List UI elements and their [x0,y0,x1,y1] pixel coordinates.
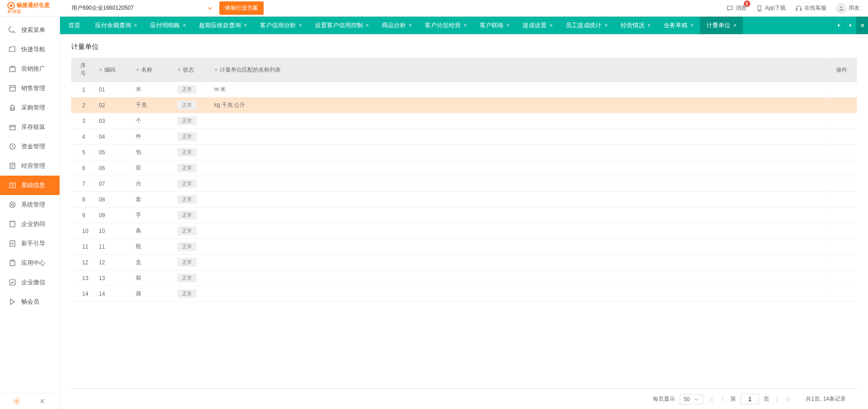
sidebar-item-7[interactable]: 经营管理 [0,156,60,176]
table-row[interactable]: 1313箱正常 [71,270,857,286]
table-row[interactable]: 505包正常 [71,145,857,160]
sidebar-item-8[interactable]: 基础信息 [0,176,60,195]
sidebar-item-13[interactable]: 企业微信 [0,273,60,292]
settings-icon[interactable] [12,397,21,405]
tab-7[interactable]: 客户联络× [473,17,516,34]
tab-close-icon[interactable]: × [549,22,553,29]
svg-rect-5 [10,67,15,72]
sidebar-item-2[interactable]: 营销推广 [0,59,60,79]
table-row[interactable]: 101米正常m 米 [71,82,857,98]
user-menu[interactable]: 用友 [836,3,860,14]
svg-rect-7 [12,108,14,110]
tab-6[interactable]: 客户分层经营× [418,17,473,34]
collapse-icon[interactable] [39,397,48,405]
tab-11[interactable]: 业务草稿× [657,17,700,34]
tab-close-icon[interactable]: × [244,22,247,29]
per-page-label: 每页显示 [653,395,675,403]
tab-close-icon[interactable]: × [183,22,186,29]
company-select[interactable]: 用户690企业1660120507 [68,2,216,14]
per-page-select[interactable]: 50 [680,394,703,404]
tab-4[interactable]: 设置客户信用控制× [308,17,375,34]
sidebar-item-14[interactable]: 畅会员 [0,292,60,311]
sidebar-icon [8,26,17,34]
support-link[interactable]: 在线客服 [795,4,826,12]
chat-icon [726,5,734,12]
tabs-close-all[interactable] [856,17,868,34]
tab-close-icon[interactable]: × [409,22,412,29]
pager-first[interactable]: |⟨ [708,396,715,403]
tab-home[interactable]: 首页 [60,17,89,34]
app-download-link[interactable]: App下载 [756,4,786,12]
sidebar-item-5[interactable]: 库存核算 [0,117,60,137]
table-row[interactable]: 202千克正常kg 千克 公斤 [71,98,857,113]
table-row[interactable]: 1212盒正常 [71,255,857,270]
sidebar-item-9[interactable]: 系统管理 [0,195,60,214]
col-index[interactable]: 序号 [71,58,94,82]
tab-close-icon[interactable]: × [134,22,137,29]
tab-close-icon[interactable]: × [299,22,302,29]
svg-point-1 [759,10,760,10]
status-badge: 正常 [177,211,197,220]
table-row[interactable]: 303个正常 [71,113,857,129]
table-row[interactable]: 808套正常 [71,192,857,208]
pager-input[interactable] [741,394,759,404]
col-status[interactable]: ▲▼状态 [173,58,210,82]
tab-close-icon[interactable]: × [733,22,736,29]
table-row[interactable]: 404件正常 [71,129,857,145]
tab-3[interactable]: 客户信用分析× [253,17,308,34]
chevron-down-icon [208,6,212,11]
tab-close-icon[interactable]: × [647,22,651,29]
sidebar-item-3[interactable]: 销售管理 [0,79,60,98]
logo-subtitle: 标准版 [7,8,21,15]
pager-next[interactable]: ⟩ [774,396,780,403]
table-row[interactable]: 909手正常 [71,208,857,223]
tab-bar: 首页 应付余额查询×应付明细账×超期应收款查询×客户信用分析×设置客户信用控制×… [60,17,868,34]
tab-0[interactable]: 应付余额查询× [89,17,144,34]
sidebar-icon [8,181,17,189]
messages-link[interactable]: 消息 6 [726,4,747,12]
tab-close-icon[interactable]: × [506,22,510,29]
tab-close-icon[interactable]: × [604,22,608,29]
header: 畅捷通好生意 标准版 用户690企业1660120507 体验行业方案 消息 6… [0,0,868,17]
svg-rect-18 [10,280,15,285]
svg-rect-2 [796,8,797,10]
col-code[interactable]: ▲▼编码 [94,58,131,82]
tab-1[interactable]: 应付明细账× [144,17,193,34]
pager-last[interactable]: ⟩| [784,396,792,403]
tab-12[interactable]: 计量单位× [700,17,743,34]
tabs-scroll-right[interactable] [844,17,856,34]
col-name[interactable]: ▲▼名称 [131,58,173,82]
tab-5[interactable]: 商品分析× [375,17,418,34]
sidebar-item-11[interactable]: 新手引导 [0,234,60,253]
tab-10[interactable]: 经营情况× [614,17,657,34]
sidebar-item-4[interactable]: 采购管理 [0,98,60,117]
table-row[interactable]: 1111瓶正常 [71,239,857,255]
table-row[interactable]: 1414袋正常 [71,286,857,302]
sidebar-icon [8,220,17,228]
tab-close-icon[interactable]: × [690,22,693,29]
tab-8[interactable]: 提成设置× [516,17,559,34]
sidebar-icon [8,239,17,248]
try-plan-button[interactable]: 体验行业方案 [219,1,264,15]
sidebar-item-0[interactable]: 搜索菜单 [0,20,60,40]
tab-close-icon[interactable]: × [464,22,467,29]
tab-close-icon[interactable]: × [366,22,369,29]
svg-rect-11 [10,183,15,188]
tab-2[interactable]: 超期应收款查询× [193,17,253,34]
table-row[interactable]: 707台正常 [71,176,857,192]
status-badge: 正常 [177,195,197,204]
sidebar-item-12[interactable]: 应用中心 [0,253,60,273]
table-row[interactable]: 1010条正常 [71,223,857,239]
sidebar-item-6[interactable]: 资金管理 [0,137,60,156]
sidebar-item-10[interactable]: 企业协同 [0,214,60,234]
sidebar-icon [8,45,17,54]
sidebar-item-1[interactable]: 快捷导航 [0,40,60,59]
col-alias[interactable]: ▲▼计量单位匹配的名称列表 [210,58,826,82]
tabs-scroll-left[interactable] [832,17,844,34]
svg-point-16 [12,243,13,244]
status-badge: 正常 [177,258,197,267]
table-row[interactable]: 606双正常 [71,160,857,176]
pager-prev[interactable]: ⟨ [720,396,726,403]
tab-9[interactable]: 员工提成统计× [559,17,614,34]
status-badge: 正常 [177,85,197,94]
